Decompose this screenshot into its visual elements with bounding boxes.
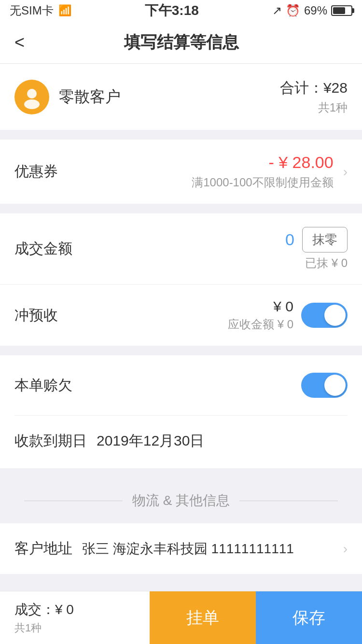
deal-amount-input[interactable] xyxy=(256,230,294,249)
bottom-info: 成交：¥ 0 共1种 xyxy=(0,601,150,635)
prepayment-amount: ¥ 0 xyxy=(228,298,293,315)
avatar xyxy=(14,80,49,114)
address-value: 张三 海淀永丰科技园 11111111111 xyxy=(82,540,343,558)
prepayment-row: 冲预收 ¥ 0 应收金额 ¥ 0 xyxy=(0,285,362,346)
logistics-section-header: 物流 & 其他信息 xyxy=(0,478,362,523)
main-content: 零散客户 合计：¥28 共1种 优惠券 - ¥ 28.00 满1000-100不… xyxy=(0,64,362,644)
alarm-icon: ⏰ xyxy=(286,4,300,17)
credit-toggle[interactable] xyxy=(301,373,348,398)
bottom-bar: 成交：¥ 0 共1种 挂单 保存 xyxy=(0,591,362,644)
page-title: 填写结算等信息 xyxy=(34,31,328,54)
status-right: ↗ ⏰ 69% xyxy=(272,4,352,17)
wifi-icon: 📶 xyxy=(58,4,71,17)
prepayment-receivable: 应收金额 ¥ 0 xyxy=(228,317,293,332)
coupon-chevron-icon: › xyxy=(343,164,348,180)
address-row[interactable]: 客户地址 张三 海淀永丰科技园 11111111111 › xyxy=(0,523,362,574)
status-left: 无SIM卡 📶 xyxy=(10,3,71,18)
credit-row: 本单赊欠 xyxy=(14,355,348,415)
save-button[interactable]: 保存 xyxy=(256,591,362,644)
hang-button[interactable]: 挂单 xyxy=(150,591,256,644)
address-label: 客户地址 xyxy=(14,539,72,559)
coupon-row[interactable]: 优惠券 - ¥ 28.00 满1000-100不限制使用金额 › xyxy=(0,140,362,204)
deal-amount-row: 成交金额 抹零 已抹 ¥ 0 xyxy=(0,213,362,285)
total-count: 共1种 xyxy=(280,100,348,115)
location-icon: ↗ xyxy=(272,4,282,17)
address-chevron-icon: › xyxy=(343,541,348,557)
credit-toggle-knob xyxy=(324,375,346,396)
prepayment-toggle[interactable] xyxy=(301,303,348,328)
status-bar: 无SIM卡 📶 下午3:18 ↗ ⏰ 69% xyxy=(0,0,362,21)
bottom-deal-label: 成交： xyxy=(14,602,55,617)
credit-due-date-label: 收款到期日 xyxy=(14,431,87,451)
coupon-amount: - ¥ 28.00 xyxy=(192,153,333,172)
customer-name: 零散客户 xyxy=(59,86,121,108)
coupon-label: 优惠券 xyxy=(14,162,58,182)
deal-amount-label: 成交金额 xyxy=(14,239,72,259)
coupon-section: 优惠券 - ¥ 28.00 满1000-100不限制使用金额 › xyxy=(0,140,362,204)
logistics-title: 物流 & 其他信息 xyxy=(132,491,230,510)
deal-prepayment-section: 成交金额 抹零 已抹 ¥ 0 冲预收 ¥ 0 应收金额 ¥ 0 xyxy=(0,213,362,346)
back-button[interactable]: < xyxy=(14,32,25,53)
customer-row: 零散客户 合计：¥28 共1种 xyxy=(0,64,362,130)
toggle-knob xyxy=(324,305,346,326)
coupon-desc: 满1000-100不限制使用金额 xyxy=(192,175,333,190)
status-time: 下午3:18 xyxy=(145,1,199,20)
bottom-deal-amount: 成交：¥ 0 xyxy=(14,601,135,619)
nav-bar: < 填写结算等信息 xyxy=(0,21,362,64)
total-price: 合计：¥28 xyxy=(280,78,348,98)
credit-section: 本单赊欠 收款到期日 2019年12月30日 xyxy=(0,355,362,468)
deal-sub-label: 已抹 ¥ 0 xyxy=(305,255,348,271)
network-label: 无SIM卡 xyxy=(10,3,54,18)
prepayment-label: 冲预收 xyxy=(14,306,58,325)
credit-date-row: 收款到期日 2019年12月30日 xyxy=(14,416,348,468)
bottom-count: 共1种 xyxy=(14,621,135,635)
svg-point-1 xyxy=(24,99,40,109)
battery-icon xyxy=(331,5,352,16)
address-section: 客户地址 张三 海淀永丰科技园 11111111111 › xyxy=(0,523,362,574)
credit-label: 本单赊欠 xyxy=(14,376,72,395)
round-zero-button[interactable]: 抹零 xyxy=(302,227,348,252)
svg-point-0 xyxy=(27,89,37,98)
battery-percent: 69% xyxy=(304,4,327,17)
bottom-deal-value: ¥ 0 xyxy=(55,602,74,617)
credit-due-date-value: 2019年12月30日 xyxy=(97,431,204,451)
